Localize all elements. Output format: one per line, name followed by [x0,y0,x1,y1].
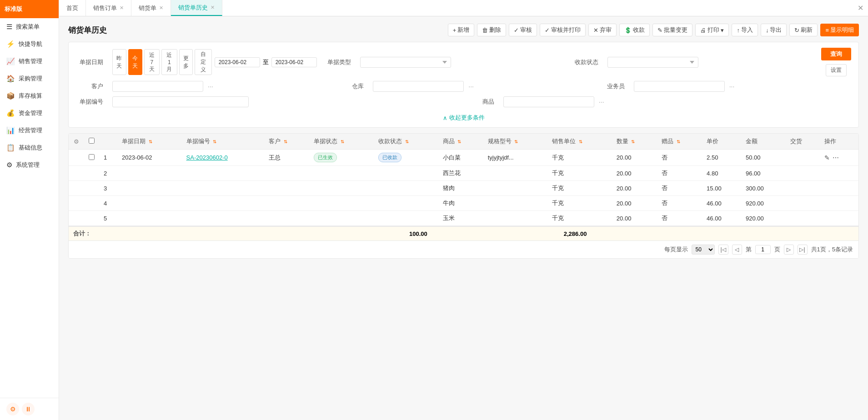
col-doc-no[interactable]: 单据编号 ⇅ [182,134,265,150]
sidebar-item-basic-info[interactable]: 📋 基础信息 [0,139,59,156]
select-all-checkbox[interactable] [89,138,95,144]
sidebar-item-purchase-mgmt[interactable]: 🏠 采购管理 [0,70,59,87]
sidebar-item-inventory[interactable]: 📦 库存核算 [0,87,59,105]
row-checkbox[interactable] [89,154,95,160]
print-button[interactable]: 🖨 打印 ▾ [695,24,729,36]
tab-sales-history[interactable]: 销货单历史 ✕ [171,0,222,16]
date-to-input[interactable] [271,57,317,67]
last-page-btn[interactable]: ▷| [798,245,808,255]
settings-cell [69,196,84,211]
date-btn-yesterday[interactable]: 昨天 [112,49,126,75]
payment-button[interactable]: 💲 收款 [619,24,650,36]
tab-sales-history-close[interactable]: ✕ [211,5,215,10]
sidebar-item-search-menu[interactable]: ☰ 搜索菜单 [0,18,59,35]
doc-no-input[interactable] [112,96,249,107]
delete-button[interactable]: 🗑 删除 [477,24,506,36]
row-product: 猪肉 [438,181,483,196]
col-qty[interactable]: 数量 ⇅ [612,134,657,150]
payment-status-select[interactable] [607,57,698,68]
next-page-btn[interactable]: ▷ [784,245,794,255]
doc-type-select[interactable] [360,57,451,68]
salesperson-ellipsis[interactable]: ··· [728,83,737,90]
footer-total-amount: 2,286.00 [564,230,587,237]
tab-sales-order-close[interactable]: ✕ [120,5,124,11]
tab-sales-delivery-close[interactable]: ✕ [159,5,163,11]
col-customer[interactable]: 客户 ⇅ [264,134,309,150]
table-settings-col[interactable]: ⚙ [69,134,84,150]
approve-print-button[interactable]: ✓ 审核并打印 [540,24,586,36]
warehouse-ellipsis[interactable]: ··· [467,83,476,90]
row-checkbox-cell[interactable] [84,181,99,196]
setting-button[interactable]: 设置 [826,64,847,76]
doc-no-control [112,96,460,107]
col-date[interactable]: 单据日期 ⇅ [117,134,182,150]
first-page-btn[interactable]: |◁ [718,245,728,255]
more-btn[interactable]: ⋯ [833,154,839,161]
date-btn-7days[interactable]: 近7天 [144,49,160,75]
select-all-col[interactable] [84,134,99,150]
col-unit[interactable]: 销售单位 ⇅ [547,134,612,150]
tab-sales-delivery[interactable]: 销货单 ✕ [131,0,171,16]
salesperson-input[interactable] [634,81,725,92]
row-amount: 920.00 [741,211,786,226]
col-spec[interactable]: 规格型号 ⇅ [483,134,548,150]
date-btn-more[interactable]: 更多 [179,49,193,75]
row-gift: 否 [657,181,702,196]
sidebar-item-quick-nav[interactable]: ⚡ 快捷导航 [0,35,59,53]
payment-status-badge: 已收款 [378,153,401,162]
data-table: ⚙ 单据日期 ⇅ 单据编号 ⇅ 客户 ⇅ [69,134,858,226]
customer-ellipsis[interactable]: ··· [206,83,215,90]
refresh-button[interactable]: ↻ 刷新 [789,24,818,36]
row-gift: 否 [657,211,702,226]
customer-input[interactable] [112,81,203,92]
row-unit: 千克 [547,196,612,211]
col-gift[interactable]: 赠品 ⇅ [657,134,702,150]
col-product[interactable]: 商品 ⇅ [438,134,483,150]
per-page-select[interactable]: 50 100 200 [692,245,715,255]
date-btn-1month[interactable]: 近1月 [161,49,177,75]
date-range-btns: 昨天 今天 近7天 近1月 更多 自定义 [112,49,212,75]
window-close-btn[interactable]: ✕ [858,4,863,12]
unapprove-button[interactable]: ✕ 弃审 [588,24,617,36]
col-payment-status[interactable]: 收款状态 ⇅ [374,134,438,150]
row-checkbox-cell[interactable] [84,211,99,226]
doc-no-link[interactable]: SA-20230602-0 [186,154,228,161]
sidebar-item-label: 销售管理 [19,57,42,65]
row-actions [820,181,858,196]
new-button[interactable]: + 新增 [448,24,475,36]
approve-button[interactable]: ✓ 审核 [509,24,537,36]
sidebar-item-system-mgmt[interactable]: ⚙ 系统管理 [0,156,59,174]
query-button[interactable]: 查询 [821,48,851,60]
sidebar-footer-collapse-btn[interactable]: ⏸ [22,403,35,415]
tab-sales-order[interactable]: 销售订单 ✕ [86,0,131,16]
sidebar-footer-settings-btn[interactable]: ⚙ [6,403,19,415]
prev-page-btn[interactable]: ◁ [732,245,742,255]
product-ellipsis[interactable]: ··· [597,98,606,105]
row-checkbox-cell[interactable] [84,196,99,211]
data-table-wrapper: ⚙ 单据日期 ⇅ 单据编号 ⇅ 客户 ⇅ [68,133,859,259]
sidebar-item-sales-mgmt[interactable]: 📈 销售管理 [0,53,59,70]
date-btn-custom[interactable]: 自定义 [195,49,211,75]
sidebar: 标准版 ☰ 搜索菜单 ⚡ 快捷导航 📈 销售管理 🏠 采购管理 📦 库存核算 💰… [0,0,59,420]
product-input[interactable] [503,96,594,107]
show-detail-button[interactable]: ≡ 显示明细 [820,24,859,36]
warehouse-input[interactable] [373,81,464,92]
row-checkbox-cell[interactable] [84,150,99,166]
batch-change-button[interactable]: ✎ 批量变更 [652,24,692,36]
row-checkbox-cell[interactable] [84,166,99,181]
col-doc-status[interactable]: 单据状态 ⇅ [309,134,374,150]
import-button[interactable]: ↑ 导入 [732,24,758,36]
export-button[interactable]: ↓ 导出 [761,24,787,36]
delete-icon: 🗑 [482,27,488,34]
date-btn-today[interactable]: 今天 [128,49,142,75]
sort-icon: ⇅ [405,139,409,144]
date-from-input[interactable] [215,57,260,67]
sort-icon: ⇅ [579,139,582,144]
page-number-input[interactable] [755,245,771,254]
sidebar-item-finance-mgmt[interactable]: 💰 资金管理 [0,105,59,122]
tab-home[interactable]: 首页 [59,0,86,16]
edit-btn[interactable]: ✎ [824,154,830,161]
sidebar-item-business-mgmt[interactable]: 📊 经营管理 [0,122,59,139]
filter-collapse-btn[interactable]: ∧ 收起更多条件 [76,112,851,122]
col-seq [99,134,117,150]
